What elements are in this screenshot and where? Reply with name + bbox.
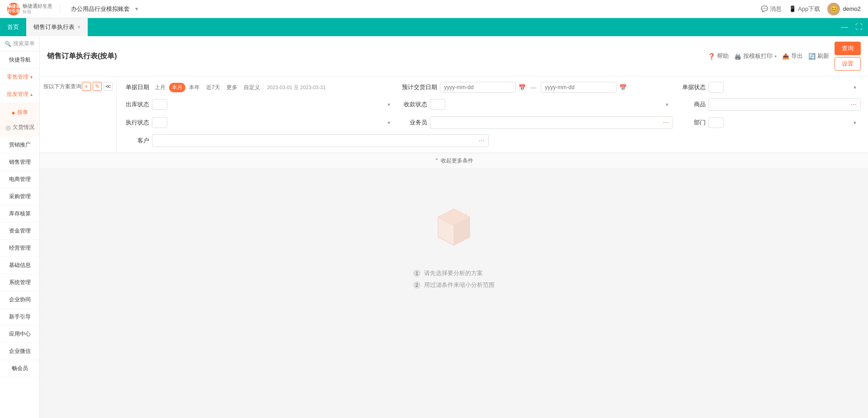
query-button[interactable]: 查询 — [835, 42, 861, 55]
sidebar-item-sales[interactable]: 销售管理 — [0, 154, 39, 171]
edit-scheme-button[interactable]: ✎ — [93, 82, 102, 91]
sidebar-item-purchase[interactable]: 采购管理 — [0, 188, 39, 205]
date-tab-this-month[interactable]: 本月 — [169, 83, 185, 92]
date-tab-this-year[interactable]: 本年 — [186, 83, 203, 92]
right-action-buttons: 查询 设置 — [835, 42, 861, 71]
help-icon: ❓ — [708, 53, 715, 60]
refresh-button[interactable]: 🔄 刷新 — [808, 52, 829, 60]
expected-date-from[interactable] — [440, 82, 516, 93]
date-tab-last-month[interactable]: 上月 — [152, 83, 168, 92]
sidebar-sub-item-by-order[interactable]: ● 按单 — [0, 105, 39, 120]
logo-icon: 畅捷通好生意 — [7, 3, 20, 15]
filter-collapse-button[interactable]: ⌃ 收起更多条件 — [40, 153, 868, 168]
app-dropdown-icon[interactable]: ▾ — [135, 5, 138, 12]
status-select-wrapper — [708, 82, 861, 93]
customer-input[interactable] — [156, 138, 479, 144]
main-layout: 🔍 搜索菜单 快捷导航 零售管理 ▾ 批发管理 ▴ ● 按单 ◎ 欠货情况 营销 — [0, 36, 868, 418]
status-select[interactable] — [708, 82, 724, 93]
export-button[interactable]: 📤 导出 — [782, 52, 803, 60]
sidebar-item-retail[interactable]: 零售管理 ▾ — [0, 69, 39, 86]
page-actions: ❓ 帮助 🖨️ 按模板打印 ▾ 📤 导出 🔄 刷新 查询 — [708, 42, 861, 71]
filter-sidebar-actions: + ✎ ≪ — [82, 82, 113, 91]
filter-panel: 按以下方案查询 + ✎ ≪ 单据日期 上月 — [40, 76, 868, 153]
sidebar: 🔍 搜索菜单 快捷导航 零售管理 ▾ 批发管理 ▴ ● 按单 ◎ 欠货情况 营销 — [0, 36, 40, 418]
tab-home[interactable]: 首页 — [0, 18, 26, 36]
date-tabs: 上月 本月 本年 近7天 更多 自定义 — [152, 83, 263, 92]
user-menu[interactable]: 😊 demo2 — [827, 3, 861, 15]
user-name: demo2 — [843, 5, 861, 12]
collapse-sidebar-button[interactable]: ≪ — [104, 82, 113, 91]
delivery-status-select[interactable] — [152, 99, 167, 110]
print-button[interactable]: 🖨️ 按模板打印 ▾ — [734, 52, 777, 60]
payment-status-group: 收款状态 — [402, 99, 673, 110]
tip-1: 1 请先选择要分析的方案 — [413, 269, 495, 277]
sidebar-sub-item-shortage[interactable]: ◎ 欠货情况 — [0, 120, 39, 135]
department-select[interactable] — [708, 117, 724, 128]
product-input[interactable] — [712, 101, 851, 108]
sidebar-item-quick-nav[interactable]: 快捷导航 — [0, 52, 39, 69]
add-scheme-button[interactable]: + — [82, 82, 91, 91]
sidebar-item-newbie[interactable]: 新手引导 — [0, 309, 39, 326]
salesman-dots[interactable]: ··· — [663, 119, 669, 127]
message-icon: 💬 — [761, 5, 768, 12]
department-group: 部门 — [680, 117, 861, 128]
sidebar-item-inventory[interactable]: 库存核算 — [0, 205, 39, 223]
sidebar-item-operations[interactable]: 经营管理 — [0, 240, 39, 257]
export-icon: 📤 — [782, 53, 789, 60]
sidebar-item-member[interactable]: 畅会员 — [0, 360, 39, 377]
phone-icon: 📱 — [789, 5, 796, 12]
sidebar-item-wholesale[interactable]: 批发管理 ▴ — [0, 86, 39, 103]
customer-dots[interactable]: ··· — [479, 137, 485, 145]
sidebar-item-marketing[interactable]: 营销推广 — [0, 137, 39, 154]
date-tab-7days[interactable]: 近7天 — [203, 83, 223, 92]
maximize-button[interactable]: ⛶ — [854, 21, 864, 33]
sidebar-item-system[interactable]: 系统管理 — [0, 274, 39, 291]
date-tab-more[interactable]: 更多 — [224, 83, 240, 92]
refresh-icon: 🔄 — [808, 53, 816, 60]
header-left: 畅捷通好生意 畅捷通好生意 标版 办公用品行业模拟账套 ▾ — [7, 3, 138, 15]
app-title[interactable]: 办公用品行业模拟账套 — [71, 5, 130, 13]
sidebar-search[interactable]: 🔍 搜索菜单 — [0, 36, 39, 52]
execution-status-select[interactable] — [152, 117, 167, 128]
filter-row-3: 执行状态 业务员 ··· — [124, 116, 861, 129]
product-group: 商品 ··· — [680, 98, 861, 111]
payment-status-wrapper — [430, 99, 673, 110]
tab-bar: 首页 销售订单执行表 × — ⛶ — [0, 18, 868, 36]
help-button[interactable]: ❓ 帮助 — [708, 52, 729, 60]
filter-row-1: 单据日期 上月 本月 本年 近7天 更多 自定义 2023-03-01 至 20… — [124, 82, 861, 93]
settings-button[interactable]: 设置 — [835, 57, 861, 71]
sidebar-item-app-center[interactable]: 应用中心 — [0, 326, 39, 343]
date-tab-custom[interactable]: 自定义 — [241, 83, 263, 92]
date-range-text: 2023-03-01 至 2023-03-31 — [267, 84, 326, 91]
salesman-input-wrapper: ··· — [430, 116, 673, 129]
logo-text: 畅捷通好生意 标版 — [23, 3, 52, 14]
payment-status-select[interactable] — [430, 99, 445, 110]
minimize-button[interactable]: — — [839, 21, 850, 33]
sidebar-item-enterprise-wechat[interactable]: 企业微信 — [0, 343, 39, 360]
sidebar-item-basic-info[interactable]: 基础信息 — [0, 257, 39, 274]
expected-date-to[interactable] — [541, 82, 617, 93]
salesman-input[interactable] — [434, 119, 663, 126]
sidebar-item-finance[interactable]: 资金管理 — [0, 223, 39, 240]
expected-date-label: 预计交货日期 — [402, 83, 437, 91]
page-title: 销售订单执行表(按单) — [47, 52, 117, 61]
customer-label: 客户 — [124, 137, 149, 145]
empty-tips: 1 请先选择要分析的方案 2 用过滤条件来缩小分析范围 — [413, 269, 495, 293]
tip-num-1: 1 — [413, 270, 420, 277]
tab-sales-execution[interactable]: 销售订单执行表 × — [26, 18, 88, 36]
content-area: 销售订单执行表(按单) ❓ 帮助 🖨️ 按模板打印 ▾ 📤 导出 🔄 刷新 — [40, 36, 868, 418]
sidebar-item-ecommerce[interactable]: 电商管理 — [0, 171, 39, 188]
customer-group: 客户 ··· — [124, 134, 489, 147]
salesman-group: 业务员 ··· — [402, 116, 673, 129]
product-dots[interactable]: ··· — [851, 100, 857, 109]
payment-status-label: 收款状态 — [402, 100, 427, 109]
salesman-label: 业务员 — [402, 119, 427, 127]
app-download-button[interactable]: 📱 App下载 — [789, 5, 820, 13]
tab-close-button[interactable]: × — [77, 24, 80, 30]
messages-button[interactable]: 💬 消息 — [761, 5, 782, 13]
svg-point-4 — [465, 212, 468, 215]
tab-bar-right: — ⛶ — [839, 21, 868, 33]
sidebar-item-enterprise-collab[interactable]: 企业协同 — [0, 291, 39, 309]
calendar-icon-1[interactable]: 📅 — [519, 84, 526, 91]
calendar-icon-2[interactable]: 📅 — [619, 84, 627, 91]
